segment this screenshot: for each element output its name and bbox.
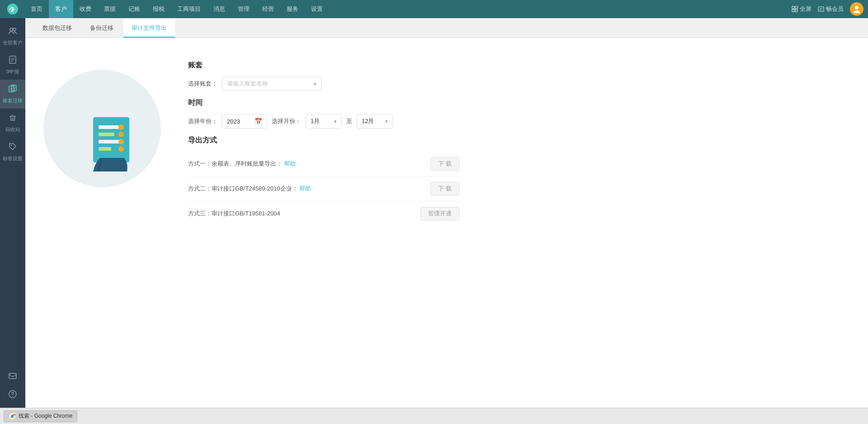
tab-data-migration[interactable]: 数据包迁移 bbox=[34, 19, 80, 38]
tab-audit-export[interactable]: 审计文件导出 bbox=[123, 19, 175, 38]
taskbar-chrome-item[interactable]: 线索 - Google Chrome bbox=[4, 410, 77, 422]
nav-operation[interactable]: 经营 bbox=[256, 0, 280, 18]
form-area: 账套 选择账套： 请输入账套名称 ▾ 时间 选择年份： 2023 📅 bbox=[188, 52, 459, 226]
main-layout: 全部客户 0申报 账套迁移 bbox=[0, 18, 868, 408]
user-avatar[interactable] bbox=[850, 2, 863, 16]
export-method-1-download-button[interactable]: 下 载 bbox=[430, 157, 459, 171]
export-method-3-text: 方式三：审计接口GB/T19581-2004 bbox=[188, 210, 280, 218]
fullscreen-label: 全屏 bbox=[800, 5, 811, 13]
zero-declare-icon bbox=[8, 55, 17, 67]
nav-message[interactable]: 消息 bbox=[207, 0, 231, 18]
svg-point-12 bbox=[11, 145, 12, 146]
year-select-label: 选择年份： bbox=[188, 117, 217, 125]
member-button[interactable]: 畅会员 bbox=[818, 5, 844, 13]
nav-manage[interactable]: 管理 bbox=[231, 0, 256, 18]
svg-rect-4 bbox=[795, 10, 797, 12]
sidebar-item-zero-declare-label: 0申报 bbox=[6, 68, 19, 75]
chrome-icon bbox=[9, 413, 16, 420]
sidebar-item-tag-settings[interactable]: 标签设置 bbox=[0, 138, 25, 167]
account-select[interactable]: 请输入账套名称 ▾ bbox=[222, 76, 321, 91]
sidebar-item-tag-settings-label: 标签设置 bbox=[3, 155, 23, 162]
nav-service[interactable]: 服务 bbox=[280, 0, 305, 18]
export-method-3: 方式三：审计接口GB/T19581-2004 暂缓开通 bbox=[188, 201, 459, 226]
nav-tax[interactable]: 报税 bbox=[146, 0, 171, 18]
dropdown-arrow-icon: ▾ bbox=[314, 81, 316, 87]
time-select-row: 选择年份： 2023 📅 选择月份： 1月 ▾ 至 12月 ▾ bbox=[188, 114, 459, 129]
export-method-3-open-button[interactable]: 暂缓开通 bbox=[420, 207, 459, 220]
sidebar-item-zero-declare[interactable]: 0申报 bbox=[0, 51, 25, 80]
content-area: 数据包迁移 备份迁移 审计文件导出 bbox=[25, 18, 868, 408]
month-end-value: 12月 bbox=[362, 117, 374, 125]
left-sidebar: 全部客户 0申报 账套迁移 bbox=[0, 18, 25, 408]
nav-invoice[interactable]: 票据 bbox=[98, 0, 122, 18]
svg-rect-3 bbox=[792, 10, 794, 12]
sidebar-item-all-customers-label: 全部客户 bbox=[3, 39, 23, 46]
svg-point-23 bbox=[118, 139, 124, 144]
member-label: 畅会员 bbox=[826, 5, 844, 13]
svg-rect-19 bbox=[99, 140, 121, 143]
nav-right: 全屏 畅会员 bbox=[792, 2, 863, 16]
nav-home[interactable]: 首页 bbox=[24, 0, 49, 18]
export-method-1-help-link[interactable]: 帮助 bbox=[284, 160, 296, 167]
svg-rect-20 bbox=[99, 147, 111, 151]
fullscreen-button[interactable]: 全屏 bbox=[792, 5, 811, 13]
svg-point-24 bbox=[118, 146, 124, 152]
sidebar-item-message[interactable] bbox=[0, 367, 25, 385]
nav-bookkeeping[interactable]: 记账 bbox=[122, 0, 146, 18]
illustration-circle bbox=[43, 70, 161, 187]
top-nav: 首页 客户 收费 票据 记账 报税 工商项目 消息 管理 经营 服务 设置 全屏 bbox=[0, 0, 868, 18]
month-select-label: 选择月份： bbox=[272, 117, 301, 125]
year-value: 2023 bbox=[227, 118, 240, 125]
svg-point-21 bbox=[118, 124, 124, 130]
month-end-select[interactable]: 12月 ▾ bbox=[357, 114, 393, 129]
sidebar-item-all-customers[interactable]: 全部客户 bbox=[0, 22, 25, 51]
sidebar-item-recycle-label: 回收站 bbox=[5, 126, 20, 133]
sidebar-item-help[interactable] bbox=[0, 385, 25, 403]
sidebar-item-account-migrate[interactable]: 账套迁移 bbox=[0, 80, 25, 109]
svg-rect-1 bbox=[792, 6, 794, 9]
sidebar-bottom bbox=[0, 367, 25, 408]
svg-point-6 bbox=[855, 6, 859, 10]
app-logo bbox=[5, 1, 21, 17]
taskbar-chrome-label: 线索 - Google Chrome bbox=[19, 412, 72, 420]
year-input[interactable]: 2023 📅 bbox=[222, 114, 267, 129]
illustration-area bbox=[43, 70, 161, 187]
export-method-1-text: 方式一：余额表、序时账批量导出： 帮助 bbox=[188, 160, 296, 168]
account-select-placeholder: 请输入账套名称 bbox=[227, 80, 268, 88]
all-customers-icon bbox=[8, 26, 17, 38]
nav-fee[interactable]: 收费 bbox=[73, 0, 98, 18]
sidebar-item-recycle[interactable]: 回收站 bbox=[0, 109, 25, 138]
svg-point-15 bbox=[12, 396, 13, 397]
month-dropdown-icon: ▾ bbox=[334, 119, 337, 124]
month-end-dropdown-icon: ▾ bbox=[385, 119, 388, 124]
month-start-value: 1月 bbox=[311, 117, 320, 125]
svg-point-22 bbox=[118, 132, 124, 137]
tag-settings-icon bbox=[8, 142, 17, 153]
export-section: 方式一：余额表、序时账批量导出： 帮助 下 载 方式二：审计接口GB/T2458… bbox=[188, 152, 459, 226]
tabs-bar: 数据包迁移 备份迁移 审计文件导出 bbox=[25, 18, 868, 38]
svg-rect-5 bbox=[818, 7, 824, 11]
nav-settings[interactable]: 设置 bbox=[305, 0, 329, 18]
time-separator: 至 bbox=[346, 117, 352, 125]
export-method-2-download-button[interactable]: 下 载 bbox=[430, 182, 459, 195]
month-start-select[interactable]: 1月 ▾ bbox=[306, 114, 342, 129]
time-section-title: 时间 bbox=[188, 98, 459, 108]
account-select-label: 选择账套： bbox=[188, 80, 217, 88]
nav-customer[interactable]: 客户 bbox=[49, 0, 73, 18]
svg-rect-13 bbox=[9, 373, 16, 379]
account-migrate-icon bbox=[8, 84, 17, 95]
svg-point-8 bbox=[13, 28, 16, 31]
export-method-2-help-link[interactable]: 帮助 bbox=[299, 185, 311, 192]
account-select-row: 选择账套： 请输入账套名称 ▾ bbox=[188, 76, 459, 91]
sidebar-item-account-migrate-label: 账套迁移 bbox=[3, 97, 23, 104]
tab-backup-migration[interactable]: 备份迁移 bbox=[82, 19, 122, 38]
calendar-icon: 📅 bbox=[255, 118, 262, 125]
export-method-2: 方式二：审计接口GB/T24589-2010企业： 帮助 下 载 bbox=[188, 176, 459, 201]
taskbar: 线索 - Google Chrome bbox=[0, 408, 868, 424]
nav-business[interactable]: 工商项目 bbox=[171, 0, 207, 18]
nav-items: 首页 客户 收费 票据 记账 报税 工商项目 消息 管理 经营 服务 设置 bbox=[24, 0, 792, 18]
page-content: 账套 选择账套： 请输入账套名称 ▾ 时间 选择年份： 2023 📅 bbox=[25, 38, 868, 408]
svg-rect-2 bbox=[795, 6, 797, 9]
svg-rect-18 bbox=[99, 133, 114, 136]
account-section-title: 账套 bbox=[188, 61, 459, 70]
